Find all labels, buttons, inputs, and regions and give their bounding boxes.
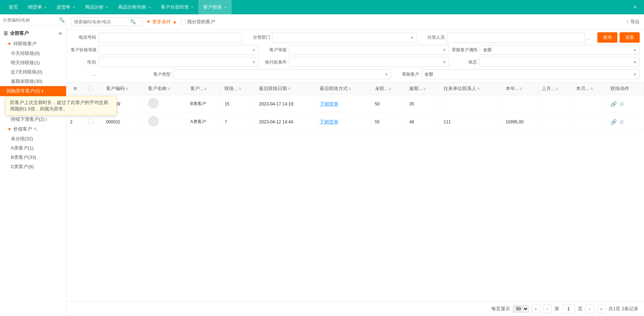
price-level-select[interactable]	[99, 45, 259, 55]
search-icon[interactable]: 🔍	[130, 19, 136, 24]
sidebar-b-class[interactable]: B类客户(33)	[0, 153, 66, 162]
person-more-icon[interactable]: ...	[587, 35, 591, 41]
window-close-button[interactable]: ×	[630, 2, 640, 13]
cell-last-method[interactable]: 下销货单	[316, 95, 371, 113]
sidebar-collapse-btn[interactable]: ≫	[58, 31, 62, 36]
grid-action-icon[interactable]: ⊞	[620, 101, 624, 107]
sidebar-ungroup[interactable]: 未分组(32)	[0, 134, 66, 143]
link-action-icon[interactable]: 🔗	[611, 101, 617, 107]
my-customers-checkbox[interactable]: 我分管的客户	[181, 19, 215, 25]
status-select[interactable]	[479, 57, 640, 67]
sidebar-c-class[interactable]: C类客户(6)	[0, 162, 66, 171]
customer-level-select[interactable]	[289, 45, 449, 55]
nav-item-sales[interactable]: 销货单 ×	[23, 0, 51, 14]
th-code[interactable]: 客户编码⇅	[102, 82, 144, 95]
sidebar-tomorrow-contact[interactable]: 明天待联络(1)	[0, 58, 66, 67]
th-no-contact-label: 未联...	[375, 86, 388, 91]
sort-nocontact-icon[interactable]: ⇅	[389, 87, 392, 91]
cell-last-method[interactable]: 下销货单	[316, 113, 371, 131]
sidebar-repurchase-anomaly[interactable]: 回购异常客户(2) ℹ	[0, 86, 66, 96]
nav-item-customer-segment[interactable]: 客户分层经营 ×	[156, 0, 198, 14]
pending-contact-group[interactable]: ▼ 待联络客户	[0, 39, 66, 49]
sort-type-icon[interactable]: ⇅	[204, 87, 207, 91]
edit-icon[interactable]: ✎	[33, 127, 37, 132]
select-all-checkbox[interactable]	[88, 86, 93, 91]
th-settings[interactable]: ⚙	[66, 82, 84, 95]
settings-button[interactable]: 设置	[620, 32, 640, 43]
cell-checkbox[interactable]	[84, 113, 102, 131]
th-name[interactable]: 客户名称⇅	[144, 82, 186, 95]
value-customers-group[interactable]: ▼ 价值客户 ✎	[0, 124, 66, 134]
all-customers-header[interactable]: ☰ 全部客户 ≫	[0, 28, 66, 39]
sidebar-a-class[interactable]: A类客户(1)	[0, 143, 66, 153]
sidebar-today-contact[interactable]: 今天待联络(0)	[0, 49, 66, 58]
nav-item-analysis[interactable]: 商品分析 ×	[80, 0, 113, 14]
nav-close-analysis-list[interactable]: ×	[148, 5, 150, 9]
sidebar-7day-contact[interactable]: 近7天待联络(0)	[0, 67, 66, 77]
dept-select[interactable]	[272, 33, 416, 43]
th-contact[interactable]: 联络...⇅	[221, 82, 255, 95]
pending-contact-arrow: ▼	[7, 41, 12, 47]
link-action-icon[interactable]: 🔗	[611, 119, 617, 125]
last-page-btn[interactable]: »	[597, 305, 606, 313]
last-method-link[interactable]: 下销货单	[320, 101, 338, 107]
retail-customer-select[interactable]: 全部	[421, 69, 640, 79]
nav-item-purchase[interactable]: 进货单 ×	[51, 0, 80, 14]
retail-attr-select[interactable]: 全部	[480, 45, 640, 55]
nav-item-home[interactable]: 首页	[4, 0, 23, 14]
nav-item-customer-contact[interactable]: 客户联络 ×	[198, 0, 231, 14]
th-this-year[interactable]: 本年...⇅	[502, 82, 538, 95]
search-input[interactable]	[74, 19, 128, 24]
person-select-wrapper	[447, 33, 585, 43]
th-this-month[interactable]: 本月...⇅	[572, 82, 607, 95]
sidebar-overdue-contact[interactable]: 逾期未联络(30)	[0, 77, 66, 86]
row-checkbox-1[interactable]	[88, 119, 93, 124]
th-unit-contact[interactable]: 往来单位联系人⇅	[440, 82, 502, 95]
gender-select[interactable]	[98, 57, 259, 67]
retail-customer-field: 零散客户 全部 ▼	[394, 69, 640, 79]
query-button[interactable]: 查询	[597, 32, 617, 43]
th-last-month-label: 上月...	[542, 86, 555, 91]
customer-type-select[interactable]	[173, 69, 391, 79]
nav-close-analysis[interactable]: ×	[106, 5, 108, 9]
sort-method-icon[interactable]: ⇅	[348, 87, 351, 91]
page-size-select[interactable]: 50	[513, 305, 529, 313]
sort-date-icon[interactable]: ⇅	[288, 87, 291, 91]
cell-action: 🔗 ⊞	[607, 95, 644, 113]
sort-overdue-icon[interactable]: ⇅	[423, 87, 426, 91]
grid-action-icon[interactable]: ⊞	[620, 119, 624, 125]
sort-contact-icon[interactable]: ⇅	[238, 87, 241, 91]
nav-close-customer-segment[interactable]: ×	[191, 5, 193, 9]
nav-close-purchase[interactable]: ×	[73, 5, 75, 9]
th-no-contact[interactable]: 未联...⇅	[371, 82, 406, 95]
first-page-btn[interactable]: «	[532, 305, 540, 313]
export-button[interactable]: ↑ 导出	[627, 19, 640, 25]
sidebar-search-icon[interactable]: 🔍	[59, 17, 65, 23]
sort-year-icon[interactable]: ⇅	[519, 87, 522, 91]
phone-input[interactable]	[98, 33, 242, 43]
last-method-link[interactable]: 下销货单	[320, 119, 338, 124]
th-type[interactable]: 客户...⇅	[186, 82, 221, 95]
sidebar-declining[interactable]: 持续下滑客户(2) ℹ	[0, 115, 66, 124]
page-number-input[interactable]	[562, 305, 575, 313]
person-input[interactable]	[447, 33, 585, 43]
more-conditions-btn[interactable]: ▼ 更多条件 ▲	[146, 19, 177, 25]
th-checkbox[interactable]	[84, 82, 102, 95]
sort-name-icon[interactable]: ⇅	[167, 87, 170, 91]
sort-code-icon[interactable]: ⇅	[125, 87, 128, 91]
sort-lmonth-icon[interactable]: ⇅	[556, 87, 559, 91]
sort-unit-icon[interactable]: ⇅	[477, 87, 480, 91]
sidebar-search-input[interactable]	[3, 18, 57, 23]
nav-item-analysis-list[interactable]: 商品分析列表 ×	[113, 0, 156, 14]
prev-page-btn[interactable]: ‹	[543, 305, 552, 313]
my-customers-checkbox-box[interactable]	[181, 19, 186, 24]
sort-tmonth-icon[interactable]: ⇅	[590, 87, 593, 91]
th-last-contact-date[interactable]: 最后联络日期⇅	[255, 82, 316, 95]
nav-close-customer-contact[interactable]: ×	[224, 5, 226, 9]
payment-select[interactable]	[289, 57, 449, 67]
th-last-month[interactable]: 上月...⇅	[538, 82, 573, 95]
nav-close-sales[interactable]: ×	[44, 5, 46, 9]
th-last-contact-method[interactable]: 最后联络方式⇅	[316, 82, 371, 95]
th-overdue[interactable]: 逾期...⇅	[406, 82, 440, 95]
next-page-btn[interactable]: ›	[585, 305, 594, 313]
